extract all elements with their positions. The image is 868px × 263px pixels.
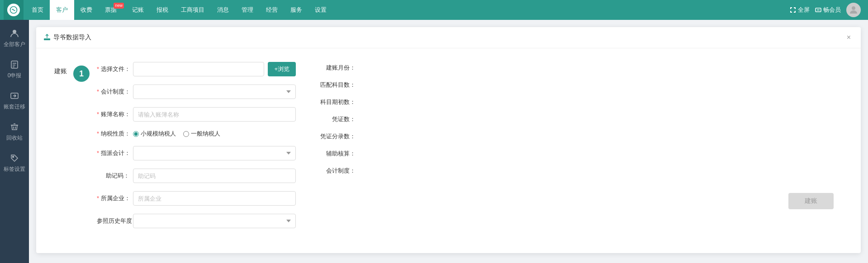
nav-item-manage[interactable]: 管理 (235, 0, 260, 20)
radio-small-input[interactable] (133, 131, 139, 137)
build-month-row: 建账月份： (314, 64, 843, 72)
company-label: * 所属企业： (97, 194, 133, 202)
radio-general-taxpayer[interactable]: 一般纳税人 (183, 130, 220, 138)
history-year-row: 参照历史年度： (97, 214, 296, 228)
voucher-count-row: 凭证数： (314, 115, 843, 123)
trash-icon (9, 122, 20, 132)
file-row: * 选择文件： +浏览 (97, 62, 296, 76)
vip-btn[interactable]: 畅会员 (815, 6, 841, 14)
company-input[interactable] (133, 191, 296, 206)
browse-button[interactable]: +浏览 (268, 62, 296, 76)
voucher-entries-row: 凭证分录数： (314, 132, 843, 141)
right-section: 建账月份： 匹配科目数： 科目期初数： 凭证数： (314, 62, 843, 236)
aux-accounting-label: 辅助核算： (314, 150, 359, 158)
accounting-system-label: * 会计制度： (97, 88, 133, 96)
memo-input[interactable] (133, 169, 296, 183)
radio-general-input[interactable] (183, 131, 189, 137)
info-accounting-system-row: 会计制度： (314, 167, 843, 175)
main-layout: 全部客户 0申报 账套迁移 (0, 20, 868, 263)
nav-item-message[interactable]: 消息 (211, 0, 235, 20)
memo-label: 助记码： (97, 172, 133, 180)
nav-item-biz[interactable]: 工商项目 (175, 0, 211, 20)
accounting-system-select[interactable] (133, 85, 296, 99)
upload-icon (43, 34, 51, 41)
assign-accountant-select[interactable] (133, 146, 296, 160)
nav-item-customer[interactable]: 客户 (50, 0, 74, 20)
sidebar-item-tag[interactable]: 标签设置 (0, 148, 29, 178)
avatar-icon (848, 5, 859, 15)
assign-accountant-row: * 指派会计： (97, 146, 296, 160)
tax-type-row: * 纳税性质： 小规模纳税人 一般纳税人 (97, 130, 296, 138)
ledger-name-row: * 账簿名称： (97, 107, 296, 122)
fullscreen-btn[interactable]: 全屏 (790, 6, 810, 14)
tag-icon (9, 153, 20, 164)
ledger-name-label: * 账簿名称： (97, 110, 133, 118)
nav-item-operation[interactable]: 经营 (260, 0, 284, 20)
dialog-header: 导爷数据导入 × (36, 27, 861, 48)
nav-right: 全屏 畅会员 (790, 3, 864, 17)
sidebar-item-declare[interactable]: 0申报 (0, 55, 29, 84)
file-input-wrapper: +浏览 (133, 62, 296, 76)
logo-icon (7, 4, 20, 16)
migrate-icon (9, 90, 20, 101)
new-badge: new (114, 3, 124, 9)
aux-accounting-row: 辅助核算： (314, 150, 843, 158)
assign-accountant-label: * 指派会计： (97, 149, 133, 157)
company-row: * 所属企业： (97, 191, 296, 206)
dialog-title: 导爷数据导入 (43, 33, 91, 42)
nav-item-invoice[interactable]: 票据new (99, 0, 126, 20)
build-btn-area: 建账 (314, 193, 843, 209)
nav-item-home[interactable]: 首页 (25, 0, 50, 20)
info-accounting-system-label: 会计制度： (314, 167, 359, 175)
match-subject-row: 匹配科目数： (314, 81, 843, 89)
voucher-entries-label: 凭证分录数： (314, 132, 359, 141)
tax-type-radio-group: 小规模纳税人 一般纳税人 (133, 130, 220, 138)
subject-init-label: 科目期初数： (314, 98, 359, 106)
step-label: 建账 (54, 67, 67, 75)
sidebar-item-trash[interactable]: 回收站 (0, 117, 29, 146)
close-button[interactable]: × (844, 33, 854, 42)
file-label: * 选择文件： (97, 65, 133, 73)
build-button[interactable]: 建账 (788, 193, 834, 209)
accounting-system-row: * 会计制度： (97, 85, 296, 99)
svg-rect-7 (44, 38, 50, 40)
info-section: 建账月份： 匹配科目数： 科目期初数： 凭证数： (314, 62, 843, 184)
voucher-count-label: 凭证数： (314, 115, 359, 123)
file-input[interactable] (133, 62, 264, 76)
history-year-select[interactable] (133, 214, 296, 228)
vip-icon (815, 7, 821, 13)
form-left: 建账 1 * 选择文件： +浏览 (54, 62, 296, 236)
subject-init-row: 科目期初数： (314, 98, 843, 106)
match-subject-label: 匹配科目数： (314, 81, 359, 89)
nav-item-tax[interactable]: 报税 (150, 0, 175, 20)
svg-point-3 (13, 30, 16, 33)
sidebar: 全部客户 0申报 账套迁移 (0, 20, 29, 263)
dialog: 导爷数据导入 × 建账 1 * 选择文件： (36, 27, 861, 253)
content-area: 导爷数据导入 × 建账 1 * 选择文件： (29, 20, 868, 263)
avatar[interactable] (846, 3, 861, 17)
tax-type-label: * 纳税性质： (97, 130, 133, 138)
nav-item-settings[interactable]: 设置 (308, 0, 333, 20)
history-year-label: 参照历史年度： (97, 217, 133, 225)
sidebar-item-migrate[interactable]: 账套迁移 (0, 86, 29, 115)
nav-items: 首页 客户 收费 票据new 记账 报税 工商项目 消息 管理 经营 服务 设置 (24, 0, 790, 20)
nav-item-account[interactable]: 记账 (126, 0, 150, 20)
form-section: * 选择文件： +浏览 * 会计制度： (97, 62, 296, 236)
radio-small-taxpayer[interactable]: 小规模纳税人 (133, 130, 176, 138)
sidebar-item-all-customers[interactable]: 全部客户 (0, 23, 29, 53)
svg-point-2 (852, 6, 855, 10)
nav-item-fee[interactable]: 收费 (74, 0, 99, 20)
fullscreen-icon (790, 7, 796, 13)
ledger-name-input[interactable] (133, 107, 296, 122)
nav-item-service[interactable]: 服务 (284, 0, 308, 20)
logo (4, 0, 24, 20)
build-month-label: 建账月份： (314, 64, 359, 72)
user-icon (9, 28, 20, 39)
dialog-body: 建账 1 * 选择文件： +浏览 (36, 48, 861, 250)
step-indicator: 1 (73, 66, 90, 82)
svg-point-6 (13, 156, 14, 158)
memo-row: 助记码： (97, 169, 296, 183)
declare-icon (9, 59, 20, 70)
top-nav: 首页 客户 收费 票据new 记账 报税 工商项目 消息 管理 经营 服务 设置… (0, 0, 868, 20)
